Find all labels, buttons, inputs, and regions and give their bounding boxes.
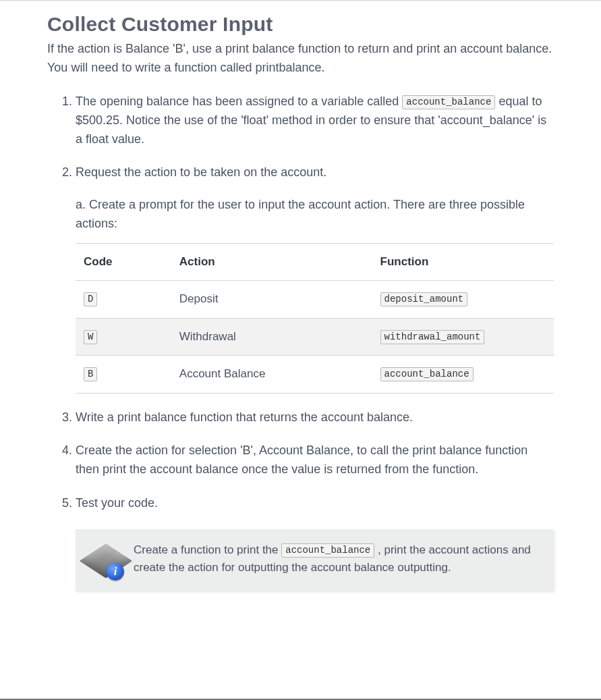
cell-code: D xyxy=(76,281,171,318)
step-2a-text: a. Create a prompt for the user to input… xyxy=(76,196,554,234)
th-action: Action xyxy=(171,244,372,281)
step-4: Create the action for selection 'B', Acc… xyxy=(76,441,554,479)
cell-code: B xyxy=(76,356,171,393)
cell-function: account_balance xyxy=(372,356,554,393)
th-function: Function xyxy=(372,244,554,281)
code-account-balance: account_balance xyxy=(402,95,495,109)
cell-code: W xyxy=(76,318,171,355)
page-title: Collect Customer Input xyxy=(47,13,554,36)
actions-table: Code Action Function D Deposit deposit_a… xyxy=(76,243,554,393)
code-deposit-amount: deposit_amount xyxy=(380,292,468,306)
info-callout: i Create a function to print the account… xyxy=(76,529,554,591)
callout-text: Create a function to print the account_b… xyxy=(134,541,538,577)
table-row: B Account Balance account_balance xyxy=(76,356,554,393)
intro-paragraph: If the action is Balance 'B', use a prin… xyxy=(47,40,554,78)
cube-icon xyxy=(80,543,133,578)
step-2-text: Request the action to be taken on the ac… xyxy=(76,165,326,179)
code-b: B xyxy=(84,367,97,381)
table-row: D Deposit deposit_amount xyxy=(76,281,554,318)
step-5: Test your code. xyxy=(76,494,554,513)
cell-action: Withdrawal xyxy=(171,318,372,355)
callout-text-a: Create a function to print the xyxy=(134,543,281,556)
code-w: W xyxy=(84,330,97,344)
code-account-balance-func: account_balance xyxy=(380,367,474,381)
info-icon: i xyxy=(107,563,124,581)
table-header-row: Code Action Function xyxy=(76,244,554,281)
step-1-text-a: The opening balance has been assigned to… xyxy=(76,95,402,108)
cell-action: Account Balance xyxy=(171,356,372,393)
code-d: D xyxy=(84,292,97,306)
code-account-balance-callout: account_balance xyxy=(281,543,374,558)
cell-action: Deposit xyxy=(171,281,372,318)
table-row: W Withdrawal withdrawal_amount xyxy=(76,318,554,355)
code-withdrawal-amount: withdrawal_amount xyxy=(380,330,485,344)
steps-list: The opening balance has been assigned to… xyxy=(47,92,554,513)
step-2-sub: a. Create a prompt for the user to input… xyxy=(76,196,554,393)
cube-info-icon: i xyxy=(89,543,121,579)
cell-function: withdrawal_amount xyxy=(372,318,554,355)
step-3: Write a print balance function that retu… xyxy=(76,408,554,427)
step-2: Request the action to be taken on the ac… xyxy=(76,163,554,393)
th-code: Code xyxy=(76,244,171,281)
document-page: Collect Customer Input If the action is … xyxy=(0,0,601,700)
step-1: The opening balance has been assigned to… xyxy=(76,92,554,149)
cell-function: deposit_amount xyxy=(372,281,554,318)
